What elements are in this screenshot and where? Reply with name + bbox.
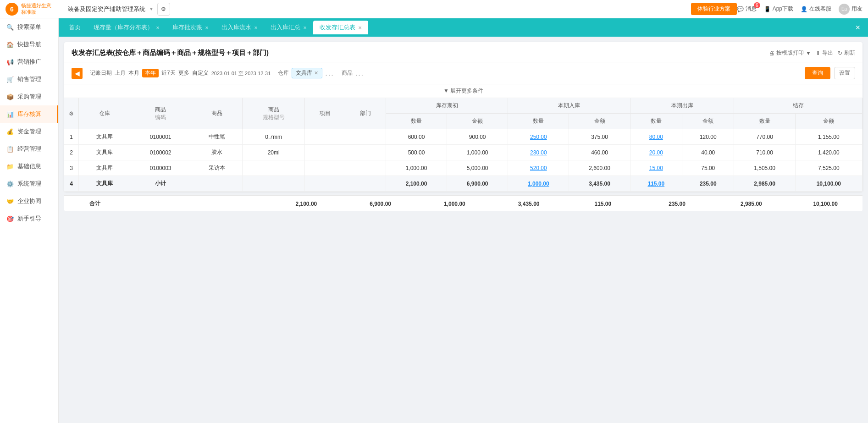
- tab-inout-summary[interactable]: 出入库汇总 ✕: [264, 21, 313, 34]
- row1-out-qty[interactable]: 80.00: [630, 129, 682, 145]
- tab-recv-send[interactable]: 收发存汇总表 ✕: [313, 21, 368, 34]
- subtotal-spec: [243, 176, 305, 192]
- tab-close-inout-flow[interactable]: ✕: [254, 25, 258, 30]
- sidebar-item-corp[interactable]: 🤝 企业协同: [0, 192, 58, 210]
- goods-more-button[interactable]: ...: [355, 69, 364, 77]
- subtotal-name: [191, 176, 243, 192]
- col-in-header: 本期入库: [508, 98, 630, 114]
- warehouse-tag: 文具库 ✕: [292, 68, 322, 78]
- row2-code: 0100002: [130, 145, 191, 160]
- row2-out-qty[interactable]: 20.00: [630, 145, 682, 160]
- search-icon: 🔍: [6, 23, 14, 31]
- row2-in-amt: 460.00: [569, 145, 630, 160]
- sidebar-item-purchase[interactable]: 📦 采购管理: [0, 88, 58, 105]
- row1-no: 1: [64, 129, 79, 145]
- sidebar-item-operations[interactable]: 📋 经营管理: [0, 140, 58, 158]
- subtotal-open-qty: 2,100.00: [386, 176, 447, 192]
- row2-open-amt: 1,000.00: [447, 145, 508, 160]
- col-in-amt: 金额: [569, 114, 630, 129]
- messages-button[interactable]: 💬 消息 6: [737, 5, 757, 13]
- export-icon: ⬆: [816, 50, 820, 56]
- download-icon: 📱: [764, 6, 771, 12]
- row3-in-qty[interactable]: 520.00: [508, 160, 569, 176]
- col-in-qty: 数量: [508, 114, 569, 129]
- online-service-button[interactable]: 👤 在线客服: [801, 5, 831, 13]
- col-name-header: 商品: [191, 98, 243, 129]
- table-row: 1 文具库 0100001 中性笔 0.7mm 600.00 900.00: [64, 129, 862, 145]
- col-open-qty: 数量: [386, 114, 447, 129]
- row3-out-qty[interactable]: 15.00: [630, 160, 682, 176]
- warehouse-more-button[interactable]: ...: [325, 69, 334, 77]
- date-more[interactable]: 更多: [178, 69, 189, 77]
- expand-more-bar[interactable]: ▼ 展开更多条件: [64, 84, 862, 98]
- tab-bar: 首页 现存量（库存分布表） ✕ 库存批次账 ✕ 出入库流水 ✕ 出入库汇总 ✕: [59, 18, 868, 37]
- date-last-month[interactable]: 上月: [115, 69, 126, 77]
- tab-close-recv-send[interactable]: ✕: [358, 25, 362, 30]
- message-icon: 💬: [737, 6, 744, 12]
- tab-close-batch[interactable]: ✕: [205, 25, 209, 30]
- export-button[interactable]: ⬆ 导出: [816, 49, 833, 57]
- col-settings[interactable]: ⚙: [64, 98, 79, 129]
- row1-in-qty[interactable]: 250.00: [508, 129, 569, 145]
- user-menu[interactable]: Ea 用友: [839, 4, 862, 15]
- tab-inout-flow[interactable]: 出入库流水 ✕: [215, 21, 264, 34]
- basic-icon: 📁: [6, 163, 14, 170]
- warehouse-tag-close[interactable]: ✕: [314, 70, 318, 76]
- system-icon: ⚙️: [6, 180, 14, 187]
- sidebar-item-finance[interactable]: 💰 资金管理: [0, 123, 58, 140]
- settings-icon-button[interactable]: ⚙: [157, 3, 170, 16]
- row1-open-amt: 900.00: [447, 129, 508, 145]
- filter-toggle-button[interactable]: ◀: [72, 68, 83, 79]
- trial-button[interactable]: 体验行业方案: [691, 3, 737, 15]
- main-card: 收发存汇总表(按仓库＋商品编码＋商品＋规格型号＋项目＋部门) 🖨 按模版打印 ▼…: [64, 42, 862, 192]
- sidebar-item-basic[interactable]: 📁 基础信息: [0, 158, 58, 175]
- tab-stock-dist[interactable]: 现存量（库存分布表） ✕: [87, 21, 166, 34]
- user-avatar: Ea: [839, 4, 850, 15]
- app-title: 装备及固定资产辅助管理系统: [68, 5, 145, 13]
- close-all-tabs-button[interactable]: ✕: [851, 24, 864, 31]
- row2-project: [304, 145, 345, 160]
- date-custom[interactable]: 自定义: [192, 69, 209, 77]
- print-dropdown-icon: ▼: [806, 50, 811, 56]
- sidebar-item-inventory[interactable]: 📊 库存核算: [0, 105, 58, 123]
- date-this-year[interactable]: 本年: [142, 69, 159, 77]
- sidebar-item-guide[interactable]: 🎯 新手引导: [0, 210, 58, 227]
- row2-dept: [345, 145, 386, 160]
- sidebar-item-search[interactable]: 🔍 搜索菜单: [0, 18, 58, 36]
- table-settings-button[interactable]: 设置: [834, 67, 855, 79]
- app-download-button[interactable]: 📱 App下载: [764, 5, 793, 13]
- sidebar-item-system[interactable]: ⚙️ 系统管理: [0, 175, 58, 192]
- query-button[interactable]: 查询: [805, 67, 830, 79]
- data-table: ⚙ 仓库 商品编码 商品 商品规格型号 项目 部门 库存期初 本期入库 本期: [64, 98, 862, 192]
- print-button[interactable]: 🖨 按模版打印 ▼: [769, 49, 811, 57]
- row3-bal-qty: 1,505.00: [734, 160, 795, 176]
- sidebar-item-marketing[interactable]: 📢 营销推广: [0, 53, 58, 71]
- tab-close-stock-dist[interactable]: ✕: [156, 25, 160, 30]
- filter-bar: ◀ 记账日期 上月 本月 本年 近7天 更多 自定义: [64, 62, 862, 84]
- sales-icon: 🛒: [6, 76, 14, 83]
- date-7days[interactable]: 近7天: [161, 69, 176, 77]
- warehouse-filter-label: 仓库: [278, 69, 289, 77]
- row3-dept: [345, 160, 386, 176]
- tab-batch[interactable]: 库存批次账 ✕: [166, 21, 215, 34]
- sidebar-item-sales[interactable]: 🛒 销售管理: [0, 71, 58, 88]
- top-right-area: 💬 消息 6 📱 App下载 👤 在线客服 Ea 用友: [737, 4, 862, 15]
- refresh-button[interactable]: ↻ 刷新: [838, 49, 855, 57]
- logo-icon: 6: [6, 3, 18, 16]
- sidebar-item-quick[interactable]: 🏠 快捷导航: [0, 36, 58, 53]
- tab-close-inout-summary[interactable]: ✕: [303, 25, 307, 30]
- subtotal-in-qty[interactable]: 1,000.00: [508, 176, 569, 192]
- row1-project: [304, 129, 345, 145]
- tab-home[interactable]: 首页: [62, 21, 87, 34]
- row3-in-amt: 2,600.00: [569, 160, 630, 176]
- subtotal-dept: [345, 176, 386, 192]
- row2-in-qty[interactable]: 230.00: [508, 145, 569, 160]
- row3-spec: [243, 160, 305, 176]
- title-dropdown-icon[interactable]: ▼: [149, 6, 154, 11]
- subtotal-out-qty[interactable]: 115.00: [630, 176, 682, 192]
- row3-out-amt: 75.00: [682, 160, 734, 176]
- col-warehouse-header: 仓库: [79, 98, 130, 129]
- date-this-month[interactable]: 本月: [128, 69, 139, 77]
- finance-icon: 💰: [6, 128, 14, 135]
- total-bal-qty: 2,985.00: [714, 201, 789, 207]
